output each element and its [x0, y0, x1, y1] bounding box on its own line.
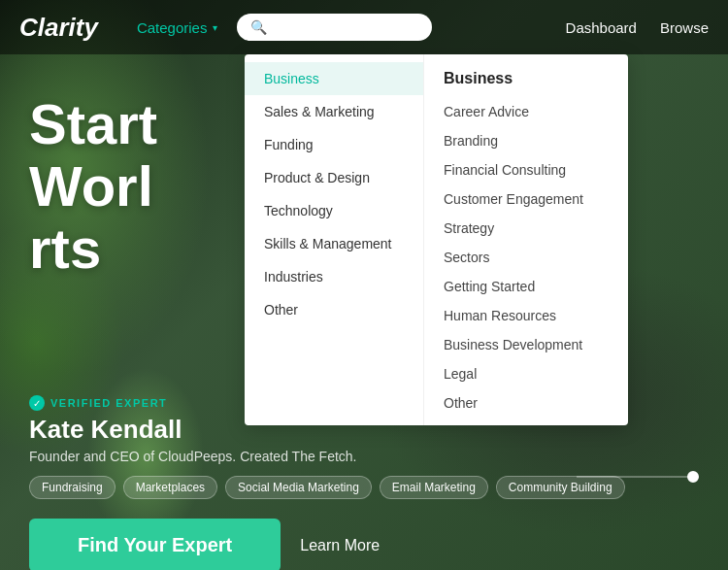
dropdown-item-business-development[interactable]: Business Development: [424, 330, 628, 359]
search-input[interactable]: [273, 19, 418, 35]
dropdown-section-title: Business: [424, 62, 628, 97]
dropdown-item-legal[interactable]: Legal: [424, 359, 628, 388]
find-expert-button[interactable]: Find Your Expert: [29, 519, 281, 570]
app-logo[interactable]: Clarity: [19, 13, 98, 43]
dropdown-item-skills-management[interactable]: Skills & Management: [245, 227, 423, 260]
categories-dropdown: Business Sales & Marketing Funding Produ…: [245, 54, 628, 425]
categories-label: Categories: [137, 19, 208, 36]
dropdown-item-human-resources[interactable]: Human Resources: [424, 301, 628, 330]
tag-social-media[interactable]: Social Media Marketing: [225, 476, 372, 499]
tags-row: Fundraising Marketplaces Social Media Ma…: [29, 476, 699, 499]
cta-row: Find Your Expert Learn More: [29, 519, 699, 570]
navbar: Clarity Categories ▾ 🔍 Dashboard Browse: [0, 0, 728, 54]
dropdown-item-branding[interactable]: Branding: [424, 126, 628, 155]
dropdown-item-other[interactable]: Other: [245, 293, 423, 326]
dropdown-item-customer-engagement[interactable]: Customer Engagement: [424, 184, 628, 214]
dropdown-item-career-advice[interactable]: Career Advice: [424, 97, 628, 126]
dropdown-item-funding[interactable]: Funding: [245, 128, 423, 161]
learn-more-link[interactable]: Learn More: [300, 537, 380, 554]
tag-marketplaces[interactable]: Marketplaces: [123, 476, 217, 499]
tag-fundraising[interactable]: Fundraising: [29, 476, 116, 499]
dropdown-item-sales-marketing[interactable]: Sales & Marketing: [245, 95, 423, 128]
dropdown-item-product-design[interactable]: Product & Design: [245, 161, 423, 194]
dropdown-item-strategy[interactable]: Strategy: [424, 214, 628, 243]
browse-link[interactable]: Browse: [660, 19, 709, 36]
dropdown-right-panel: Business Career Advice Branding Financia…: [424, 54, 628, 425]
expert-bio: Founder and CEO of CloudPeeps. Created T…: [29, 449, 699, 464]
dropdown-item-business[interactable]: Business: [245, 62, 423, 95]
categories-button[interactable]: Categories ▾: [127, 14, 228, 42]
tag-email-marketing[interactable]: Email Marketing: [380, 476, 488, 499]
dashboard-link[interactable]: Dashboard: [566, 19, 637, 36]
dropdown-item-technology[interactable]: Technology: [245, 194, 423, 227]
search-bar: 🔍: [237, 14, 432, 41]
dropdown-item-financial-consulting[interactable]: Financial Consulting: [424, 155, 628, 184]
chevron-down-icon: ▾: [213, 22, 217, 33]
dropdown-item-sectors[interactable]: Sectors: [424, 243, 628, 272]
verified-label: VERIFIED EXPERT: [50, 397, 167, 409]
dropdown-item-industries[interactable]: Industries: [245, 260, 423, 293]
tag-community[interactable]: Community Building: [496, 476, 625, 499]
dropdown-item-other-right[interactable]: Other: [424, 388, 628, 418]
search-icon: 🔍: [250, 19, 267, 35]
verified-icon: ✓: [29, 395, 45, 411]
dropdown-item-getting-started[interactable]: Getting Started: [424, 272, 628, 301]
dropdown-left-panel: Business Sales & Marketing Funding Produ…: [245, 54, 424, 425]
